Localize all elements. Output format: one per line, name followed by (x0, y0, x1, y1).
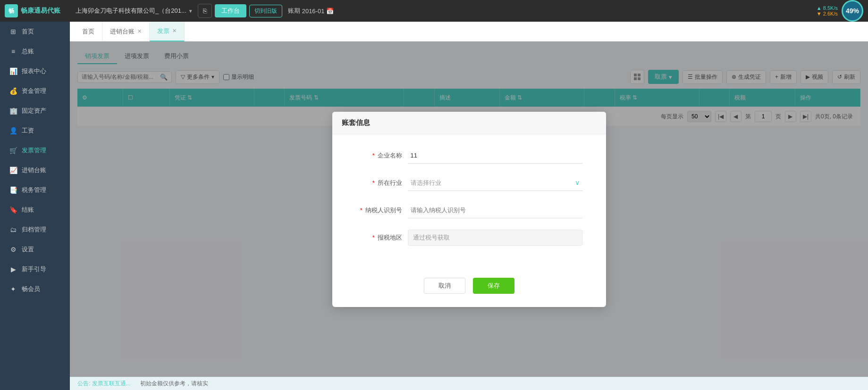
sidebar-item-label: 结账 (22, 206, 34, 214)
header-logo: 畅 畅康通易代账 (5, 4, 71, 17)
copy-icon-btn[interactable]: ⎘ (198, 4, 212, 18)
header-bar: 畅 畅康通易代账 上海卯金刀电子科技有限公司_（台201... ▼ ⎘ 工作台 … (0, 0, 868, 22)
sidebar-item-sales[interactable]: 📈 进销台账 (0, 160, 70, 180)
company-dropdown-arrow: ▼ (188, 8, 193, 14)
tax-id-label: * 纳税人识别号 (356, 206, 408, 215)
tax-icon: 📑 (9, 186, 17, 194)
bottom-bar: 公告: 发票互联互通... 初始金额仅供参考，请核实 (70, 377, 868, 390)
company-name-text: 上海卯金刀电子科技有限公司_（台201... (76, 7, 186, 15)
industry-select[interactable]: 请选择行业 (408, 179, 582, 186)
finance-icon: 💰 (9, 87, 17, 95)
speed-indicator: ▲ 8.5K/s ▼ 2.6K/s (817, 5, 838, 17)
speed-up: ▲ 8.5K/s (817, 5, 838, 11)
period-label: 账期 (288, 7, 300, 15)
tab-home[interactable]: 首页 (75, 22, 102, 41)
period-value: 2016-01 (302, 8, 325, 15)
content-area: 首页 进销台账 ✕ 发票 ✕ 销项发票 进项发票 费用 (70, 22, 868, 390)
tab-invoice-label: 发票 (157, 27, 169, 35)
sidebar-item-label: 新手引导 (22, 265, 46, 274)
form-row-company-name: * 企业名称 (356, 148, 582, 164)
required-star: * (372, 152, 375, 159)
settings-icon: ⚙ (9, 246, 17, 253)
sidebar-item-label: 归档管理 (22, 225, 46, 234)
modal-footer: 取消 保存 (332, 270, 606, 307)
tab-sales-ledger-close[interactable]: ✕ (137, 28, 142, 34)
tax-id-input[interactable] (408, 202, 582, 218)
header-company[interactable]: 上海卯金刀电子科技有限公司_（台201... ▼ (76, 7, 193, 15)
form-row-tax-id: * 纳税人识别号 (356, 202, 582, 218)
sidebar-item-assets[interactable]: 🏢 固定资产 (0, 101, 70, 121)
inner-content: 销项发票 进项发票 费用小票 🔍 ▽ 更多 (70, 41, 868, 377)
logo-icon: 畅 (5, 4, 18, 17)
wages-icon: 👤 (9, 127, 17, 134)
sidebar-item-wages[interactable]: 👤 工资 (0, 121, 70, 141)
tax-region-label: * 报税地区 (356, 233, 408, 242)
header-right: ▲ 8.5K/s ▼ 2.6K/s 49% (817, 0, 863, 22)
main-layout: ⊞ 首页 ≡ 总账 📊 报表中心 💰 资金管理 🏢 固定资产 👤 工资 🛒 发票… (0, 22, 868, 390)
modal-title: 账套信息 (342, 118, 370, 126)
tab-invoice-close[interactable]: ✕ (172, 28, 177, 34)
sidebar-item-label: 进销台账 (22, 166, 46, 174)
member-icon: ✦ (9, 285, 17, 293)
archive-icon: 🗂 (9, 226, 17, 233)
sidebar-item-finance[interactable]: 💰 资金管理 (0, 81, 70, 101)
bottom-info: 初始金额仅供参考，请核实 (140, 380, 208, 388)
sidebar-item-invoice[interactable]: 🛒 发票管理 (0, 141, 70, 160)
sidebar-item-label: 固定资产 (22, 107, 46, 115)
sidebar-item-label: 设置 (22, 245, 34, 254)
sidebar-item-label: 工资 (22, 126, 34, 135)
tab-sales-ledger[interactable]: 进销台账 ✕ (102, 22, 150, 41)
bottom-link[interactable]: 公告: 发票互联互通... (77, 380, 131, 388)
sidebar-item-label: 资金管理 (22, 87, 46, 95)
industry-select-wrap: 请选择行业 ∨ (408, 175, 582, 191)
logo-text: 畅康通易代账 (21, 7, 60, 15)
sidebar-item-member[interactable]: ✦ 畅会员 (0, 279, 70, 299)
sidebar-item-tax[interactable]: 📑 税务管理 (0, 180, 70, 200)
modal-overlay: 账套信息 * 企业名称 (70, 41, 868, 377)
sidebar-item-label: 税务管理 (22, 186, 46, 194)
sidebar-item-label: 首页 (22, 27, 34, 36)
sales-icon: 📈 (9, 166, 17, 174)
modal-body: * 企业名称 * 所在行业 (332, 134, 606, 270)
speed-down: ▼ 2.6K/s (817, 11, 838, 17)
workspace-button[interactable]: 工作台 (215, 4, 246, 17)
tab-home-label: 首页 (82, 27, 94, 36)
assets-icon: 🏢 (9, 107, 17, 115)
guide-icon: ▶ (9, 266, 17, 273)
required-star2: * (372, 179, 375, 186)
sidebar-item-settings[interactable]: ⚙ 设置 (0, 240, 70, 259)
ledger-icon: ≡ (9, 48, 17, 55)
sidebar-item-reports[interactable]: 📊 报表中心 (0, 61, 70, 81)
sidebar-item-label: 总账 (22, 47, 34, 56)
progress-circle: 49% (842, 0, 863, 22)
form-row-industry: * 所在行业 请选择行业 ∨ (356, 175, 582, 191)
sidebar-item-label: 报表中心 (22, 67, 46, 75)
invoice-icon: 🛒 (9, 147, 17, 154)
company-name-input[interactable] (408, 148, 582, 164)
tab-bar: 首页 进销台账 ✕ 发票 ✕ (70, 22, 868, 41)
sidebar-item-guide[interactable]: ▶ 新手引导 (0, 259, 70, 279)
calendar-icon[interactable]: 📅 (326, 8, 334, 15)
sidebar-item-archive[interactable]: 🗂 归档管理 (0, 220, 70, 240)
tax-region-input: 通过税号获取 (408, 230, 582, 246)
header-period: 账期 2016-01 📅 (288, 7, 334, 15)
company-name-label: * 企业名称 (356, 151, 408, 160)
home-icon: ⊞ (9, 28, 17, 35)
sidebar-item-label: 畅会员 (22, 285, 40, 293)
tab-invoice[interactable]: 发票 ✕ (150, 22, 185, 41)
sidebar-item-settlement[interactable]: 🔖 结账 (0, 200, 70, 220)
sidebar-item-ledger[interactable]: ≡ 总账 (0, 41, 70, 61)
required-star3: * (360, 207, 362, 214)
modal-box: 账套信息 * 企业名称 (332, 112, 606, 307)
industry-label: * 所在行业 (356, 179, 408, 187)
sidebar-item-home[interactable]: ⊞ 首页 (0, 22, 70, 41)
cancel-button[interactable]: 取消 (424, 278, 465, 294)
header-icons: ⎘ (198, 4, 212, 18)
save-button[interactable]: 保存 (473, 278, 514, 294)
old-version-button[interactable]: 切到旧版 (249, 5, 282, 17)
reports-icon: 📊 (9, 67, 17, 75)
form-row-tax-region: * 报税地区 通过税号获取 (356, 230, 582, 246)
sidebar-item-label: 发票管理 (22, 146, 46, 155)
settlement-icon: 🔖 (9, 206, 17, 214)
required-star4: * (372, 234, 375, 241)
